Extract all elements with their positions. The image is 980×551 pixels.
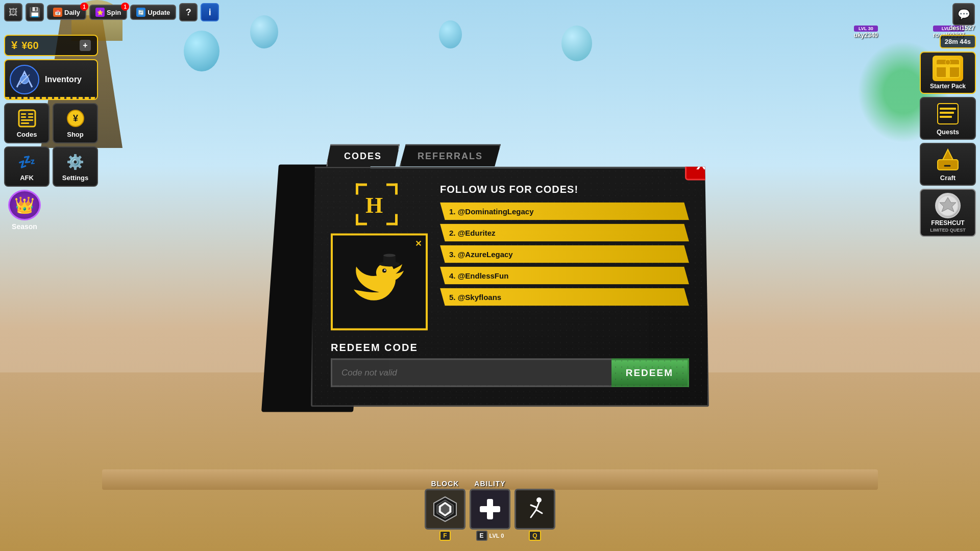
player-uky: LVL 30 uky2340 — [854, 26, 878, 39]
currency-symbol: ¥ — [11, 39, 17, 52]
right-sidebar: 28m 44s Starter Pack Quests — [914, 31, 980, 241]
starter-pack-icon — [933, 56, 963, 81]
help-button[interactable]: ? — [179, 3, 198, 21]
twitter-x-badge: ✕ — [415, 239, 422, 248]
freshcut-button[interactable]: FRESHCUT LIMITED QUEST — [920, 189, 976, 237]
scan-frame: H — [356, 184, 398, 226]
ability-slot: ABILITY E LVL 0 — [470, 480, 510, 541]
bg-orb3 — [439, 20, 462, 48]
tab-codes[interactable]: CODES — [326, 144, 400, 167]
run-slot: Q — [514, 489, 555, 541]
starter-pack-label: Starter Pack — [930, 83, 966, 90]
quests-label: Quests — [937, 128, 959, 136]
ability-key-row: E LVL 0 — [476, 531, 504, 541]
craft-icon — [935, 147, 961, 172]
afk-button[interactable]: 💤 AFK — [4, 146, 50, 187]
screenshot-btn[interactable]: 🖼 — [4, 3, 22, 21]
player-uky-name: uky2340 — [854, 32, 878, 39]
svg-rect-2 — [19, 110, 35, 127]
run-icon — [514, 489, 555, 530]
afk-label: AFK — [20, 174, 34, 182]
settings-button[interactable]: ⚙️ Settings — [53, 146, 98, 187]
codes-button[interactable]: Codes — [4, 103, 50, 143]
craft-label: Craft — [940, 174, 955, 182]
timer-value: 28m 44s — [945, 38, 971, 45]
dialog-main-panel: X H — [311, 167, 709, 407]
svg-text:H: H — [365, 193, 383, 218]
daily-icon: 📅 — [53, 8, 62, 17]
record-btn[interactable]: 💾 — [26, 3, 44, 21]
starter-pack-button[interactable]: Starter Pack — [920, 52, 976, 94]
svg-rect-17 — [940, 112, 954, 114]
twitter-box: ✕ — [331, 234, 428, 331]
block-key: F — [439, 531, 451, 541]
shop-label: Shop — [67, 131, 84, 138]
settings-label: Settings — [62, 174, 88, 182]
block-label: BLOCK — [431, 480, 459, 488]
ability-label: ABILITY — [474, 480, 505, 488]
scan-inner-icon: H — [361, 189, 393, 220]
account-item-2[interactable]: 2. @Eduritez — [440, 224, 689, 242]
dialog-tabs: CODES REFERRALS — [326, 144, 709, 167]
svg-point-27 — [384, 269, 386, 271]
run-key: Q — [529, 531, 541, 541]
quests-button[interactable]: Quests — [920, 97, 976, 140]
player-uky-level: LVL 30 — [854, 26, 878, 32]
craft-button[interactable]: Craft — [920, 143, 976, 186]
spin-label: Spin — [107, 9, 121, 16]
svg-point-14 — [945, 60, 950, 65]
update-label: Update — [148, 9, 170, 16]
svg-rect-5 — [21, 116, 26, 118]
daily-button[interactable]: 📅 Daily 1 — [47, 5, 86, 20]
update-button[interactable]: 🔄 Update — [130, 5, 176, 20]
svg-point-25 — [383, 254, 396, 257]
settings-icon: ⚙️ — [65, 152, 86, 172]
block-key-row: F — [439, 531, 451, 541]
season-icon: 👑 — [8, 190, 41, 220]
currency-amount: ¥60 — [21, 40, 38, 52]
ability-lvl: LVL 0 — [489, 533, 504, 539]
account-item-4[interactable]: 4. @EndlessFun — [440, 267, 689, 285]
freshcut-label: FRESHCUT — [931, 219, 964, 227]
currency-bar: ¥ ¥60 + — [4, 35, 98, 56]
ability-key: E — [476, 531, 487, 541]
inventory-icon — [9, 64, 40, 95]
info-button[interactable]: i — [201, 3, 219, 21]
top-bar: 🖼 💾 📅 Daily 1 ⭐ Spin 1 🔄 Update ? i 💬 — [0, 0, 980, 24]
inventory-label: Inventory — [45, 75, 82, 84]
codes-label: Codes — [17, 131, 37, 138]
quests-icon — [935, 101, 961, 127]
afk-settings-row: 💤 AFK ⚙️ Settings — [4, 146, 98, 187]
account-item-5[interactable]: 5. @Skyfloans — [440, 288, 689, 306]
freshcut-sub: LIMITED QUEST — [930, 228, 966, 233]
run-key-row: Q — [529, 531, 541, 541]
account-item-1[interactable]: 1. @DominatingLegacy — [440, 203, 689, 220]
block-icon — [425, 489, 465, 530]
daily-badge: 1 — [80, 3, 88, 11]
bottom-hud: BLOCK F ABILITY E LVL 0 — [425, 480, 555, 541]
season-label: Season — [12, 222, 37, 231]
afk-icon: 💤 — [17, 152, 37, 172]
spin-icon: ⭐ — [95, 8, 105, 17]
tab-referrals[interactable]: REFERRALS — [400, 144, 501, 167]
freshcut-icon — [935, 193, 961, 218]
chat-button[interactable]: 💬 — [952, 3, 975, 26]
block-slot: BLOCK F — [425, 480, 465, 541]
account-item-3[interactable]: 3. @AzureLegacy — [440, 245, 689, 263]
svg-rect-19 — [938, 160, 958, 170]
shop-icon: ¥ — [65, 108, 86, 129]
spin-button[interactable]: ⭐ Spin 1 — [89, 5, 127, 20]
codes-dialog: CODES REFERRALS X — [311, 144, 709, 407]
svg-rect-7 — [21, 119, 33, 121]
bg-orb4 — [561, 26, 592, 61]
ability-icon — [470, 489, 510, 530]
account-list: 1. @DominatingLegacy 2. @Eduritez 3. @Az… — [440, 203, 689, 306]
inventory-button[interactable]: Inventory — [4, 59, 98, 100]
svg-rect-33 — [480, 506, 500, 512]
season-button[interactable]: 👑 Season — [4, 190, 45, 231]
svg-rect-16 — [940, 108, 956, 110]
codes-shop-row: Codes ¥ Shop — [4, 103, 98, 143]
svg-rect-6 — [28, 116, 33, 118]
currency-add-button[interactable]: + — [80, 40, 91, 51]
shop-button[interactable]: ¥ Shop — [53, 103, 98, 143]
